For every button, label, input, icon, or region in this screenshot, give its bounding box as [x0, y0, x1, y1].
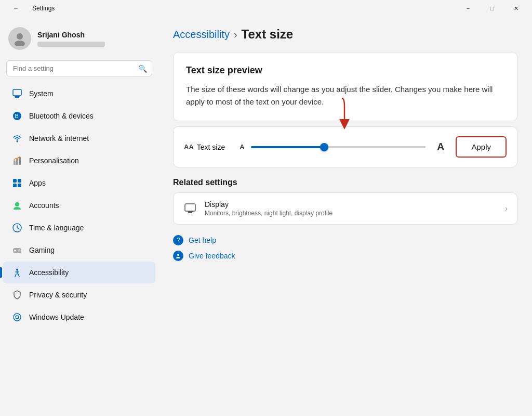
svg-rect-26 [188, 211, 193, 212]
slider-max-a: A [437, 141, 444, 153]
personalisation-icon [11, 155, 23, 166]
text-size-icon: AA [184, 143, 194, 151]
slider-label-group: AA Text size [184, 143, 225, 151]
svg-point-0 [17, 33, 23, 40]
svg-rect-13 [13, 184, 17, 187]
sidebar-item-privacy[interactable]: Privacy & security [3, 284, 155, 306]
content-area: Accessibility › Text size Text size prev… [158, 17, 532, 416]
svg-rect-4 [15, 96, 20, 97]
slider-card: AA Text size A A Apply [173, 126, 517, 167]
slider-label: Text size [197, 143, 225, 151]
search-icon: 🔍 [138, 64, 147, 73]
footer-links: ? Get help Give feedback [173, 235, 517, 261]
svg-rect-19 [14, 250, 16, 251]
user-info: Srijani Ghosh [37, 31, 150, 47]
privacy-icon [11, 289, 23, 301]
sidebar-label-apps: Apps [29, 179, 46, 187]
display-icon [183, 201, 197, 216]
breadcrumb-parent[interactable]: Accessibility [173, 29, 230, 41]
get-help-icon: ? [173, 235, 183, 245]
slider-min-a: A [240, 143, 244, 151]
svg-rect-25 [188, 212, 192, 213]
slider-wrapper: AA Text size A A Apply [174, 127, 517, 167]
sidebar-label-update: Windows Update [29, 313, 84, 321]
give-feedback-icon [173, 251, 183, 261]
network-icon [11, 133, 23, 144]
breadcrumb: Accessibility › Text size [173, 27, 517, 42]
sidebar-item-update[interactable]: Windows Update [3, 306, 155, 328]
apply-button[interactable]: Apply [456, 136, 507, 158]
sidebar-item-apps[interactable]: Apps [3, 172, 155, 194]
slider-row: AA Text size A A Apply [174, 127, 517, 167]
svg-point-21 [18, 251, 19, 252]
related-item-text: Display Monitors, brightness, night ligh… [205, 200, 498, 217]
preview-title: Text size preview [186, 65, 504, 76]
sidebar-item-gaming[interactable]: Gaming [3, 239, 155, 261]
svg-rect-11 [13, 179, 17, 183]
sidebar-item-accessibility[interactable]: Accessibility [3, 262, 155, 283]
svg-point-22 [16, 269, 18, 271]
related-item-desc: Monitors, brightness, night light, displ… [205, 210, 498, 217]
give-feedback-link[interactable]: Give feedback [173, 251, 517, 261]
titlebar-title: Settings [32, 5, 55, 12]
sidebar-label-personalisation: Personalisation [29, 157, 79, 165]
accessibility-icon [11, 267, 23, 278]
sidebar-label-time: Time & language [29, 224, 84, 232]
related-settings-card: Display Monitors, brightness, night ligh… [173, 192, 517, 225]
get-help-link[interactable]: ? Get help [173, 235, 517, 245]
close-button[interactable]: ✕ [504, 0, 528, 17]
titlebar-left: ← Settings [4, 0, 55, 17]
slider-fill [251, 146, 324, 148]
titlebar-controls: − □ ✕ [456, 0, 528, 17]
search-input[interactable] [6, 60, 152, 76]
breadcrumb-current: Text size [242, 27, 294, 42]
preview-text: The size of these words will change as y… [186, 83, 504, 108]
sidebar-label-network: Network & internet [29, 134, 89, 142]
accounts-icon [11, 200, 23, 211]
titlebar: ← Settings − □ ✕ [0, 0, 532, 17]
related-item-name: Display [205, 200, 498, 209]
related-item-display[interactable]: Display Monitors, brightness, night ligh… [174, 193, 517, 224]
slider-track-container[interactable] [251, 142, 425, 152]
svg-point-23 [14, 314, 21, 321]
sidebar-item-personalisation[interactable]: Personalisation [3, 150, 155, 172]
svg-point-1 [15, 41, 25, 46]
related-settings-title: Related settings [173, 178, 517, 187]
slider-thumb[interactable] [320, 143, 328, 151]
update-icon [11, 311, 23, 323]
sidebar-item-time[interactable]: Time & language [3, 217, 155, 239]
sidebar: Srijani Ghosh 🔍 System B [0, 17, 158, 416]
get-help-label: Get help [189, 236, 216, 244]
user-section: Srijani Ghosh [0, 21, 158, 60]
svg-rect-24 [185, 204, 195, 211]
give-feedback-label: Give feedback [189, 252, 235, 260]
sidebar-label-accessibility: Accessibility [29, 268, 69, 277]
minimize-button[interactable]: − [456, 0, 480, 17]
sidebar-item-bluetooth[interactable]: B Bluetooth & devices [3, 105, 155, 127]
sidebar-item-system[interactable]: System [3, 83, 155, 105]
svg-text:B: B [15, 113, 19, 119]
sidebar-label-bluetooth: Bluetooth & devices [29, 112, 94, 120]
sidebar-item-network[interactable]: Network & internet [3, 127, 155, 149]
chevron-right-icon: › [505, 204, 508, 213]
svg-rect-8 [14, 161, 16, 165]
svg-point-7 [17, 141, 18, 142]
apps-icon [11, 177, 23, 189]
sidebar-item-accounts[interactable]: Accounts [3, 194, 155, 216]
user-name: Srijani Ghosh [37, 31, 150, 39]
search-box: 🔍 [6, 60, 152, 76]
maximize-button[interactable]: □ [480, 0, 504, 17]
main-container: Srijani Ghosh 🔍 System B [0, 17, 532, 416]
gaming-icon [11, 244, 23, 256]
svg-rect-9 [16, 159, 18, 165]
svg-rect-10 [19, 157, 21, 165]
slider-track [251, 146, 425, 148]
svg-point-15 [15, 202, 19, 206]
user-sub [37, 42, 105, 47]
sidebar-label-privacy: Privacy & security [29, 291, 87, 299]
sidebar-label-gaming: Gaming [29, 246, 55, 254]
system-icon [11, 88, 23, 99]
time-icon [11, 222, 23, 233]
svg-rect-3 [15, 97, 19, 98]
back-button[interactable]: ← [4, 0, 28, 17]
